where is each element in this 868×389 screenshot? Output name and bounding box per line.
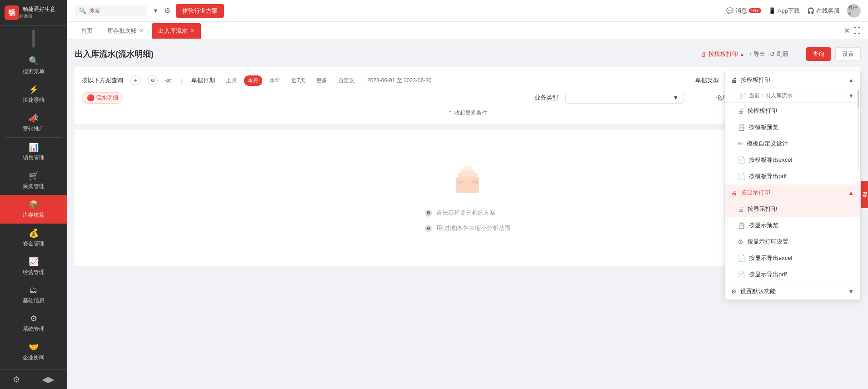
enterprise-icon: 🤝 <box>29 342 39 352</box>
collapse-sidebar-icon[interactable]: ◀▶ <box>42 374 55 384</box>
item-preview-icon-2: 📋 <box>738 222 745 229</box>
dropdown-item-template-print[interactable]: 🖨 按模板打印 <box>725 103 860 119</box>
search-icon: 🔍 <box>29 56 39 66</box>
dropdown-item-template-excel[interactable]: 📄 按模板导出excel <box>725 152 860 168</box>
main-content: 🔍 ▼ ⚙ 体验行业方案 💬 消息 99+ 📱 App下载 🎧 在线客服 <box>67 0 868 389</box>
search-input[interactable] <box>89 8 143 14</box>
notification-btn[interactable]: 💬 消息 99+ <box>726 7 761 15</box>
item-printer-icon-1: 🖨 <box>738 107 744 115</box>
svg-rect-5 <box>472 180 478 184</box>
dropdown-item-display-pdf[interactable]: 📄 按显示导出pdf <box>725 266 860 283</box>
page-title-bar: 出入库流水(流水明细) 🖨 按模板打印 ▲ ↑ 导出 ↺ 刷新 <box>75 47 861 61</box>
customer-service-btn[interactable]: 🎧 在线客服 <box>807 7 840 15</box>
tabs-bar: 首页 库存批次账 ✕ 出入库流水 ✕ ✕ ⛶ <box>67 22 868 40</box>
date-prev-month-btn[interactable]: 上月 <box>222 75 240 86</box>
settings-btn[interactable]: 设置 <box>835 47 861 61</box>
filter-collapse-button[interactable]: ≪ <box>165 77 172 84</box>
sidebar-item-enterprise[interactable]: 🤝 企业协同 <box>0 338 67 366</box>
sidebar-item-guide[interactable]: 🎓 新手引导 <box>0 366 67 369</box>
tab-close-all-icon[interactable]: ✕ <box>844 26 850 35</box>
date-custom-btn[interactable]: 自定义 <box>334 75 358 86</box>
empty-steps: ❶ 请先选择要分析的方案 ❷ 用[过滤]条件来缩小分析范围 <box>425 207 511 234</box>
sidebar: 畅 畅捷通好生意 标准版 🔍 搜索菜单 ⚡ 快捷导航 📣 <box>0 0 67 389</box>
tab-close-flow[interactable]: ✕ <box>190 28 195 34</box>
app-download-icon: 📱 <box>768 7 776 14</box>
template-print-btn[interactable]: 🖨 按模板打印 ▲ <box>701 50 744 58</box>
sidebar-item-finance[interactable]: 💰 资金管理 <box>0 224 67 252</box>
notification-icon: 💬 <box>726 7 733 14</box>
trial-button[interactable]: 体验行业方案 <box>176 4 224 18</box>
finance-icon: 💰 <box>29 228 39 238</box>
page-title: 出入库流水(流水明细) <box>75 49 154 60</box>
sales-icon: 📊 <box>29 142 39 152</box>
dropdown-item-display-excel[interactable]: 📄 按显示导出excel <box>725 250 860 266</box>
item-customize-icon: ✏ <box>738 140 743 147</box>
business-type-select[interactable]: ▼ <box>565 92 683 104</box>
date-filter-label: 单据日期 <box>191 76 215 85</box>
item-preview-icon-1: 📋 <box>738 124 745 131</box>
dropdown-header[interactable]: 🖨 按模板打印 ▲ <box>725 71 860 89</box>
inventory-icon: 📦 <box>29 199 39 209</box>
date-this-year-btn[interactable]: 本年 <box>266 75 284 86</box>
printer-icon: 🖨 <box>701 51 707 58</box>
chevron-up-icon2: ⌃ <box>448 110 453 116</box>
tab-inventory-flow[interactable]: 出入库流水 ✕ <box>152 23 201 39</box>
sidebar-item-quick-nav[interactable]: ⚡ 快捷导航 <box>0 80 67 109</box>
sidebar-item-basic[interactable]: 🗂 基础信息 <box>0 281 67 309</box>
query-btn[interactable]: 查询 <box>806 47 831 61</box>
dropdown-section2-header[interactable]: 🖨 按显示打印 ▲ <box>725 185 860 201</box>
page-actions: 🖨 按模板打印 ▲ ↑ 导出 ↺ 刷新 ... 查询 设置 <box>701 47 861 61</box>
tab-close-batch[interactable]: ✕ <box>140 28 144 34</box>
date-more-btn[interactable]: 更多 <box>313 75 331 86</box>
dropdown-item-display-print-settings[interactable]: ⚙ 按显示打印设置 <box>725 234 860 250</box>
header: 🔍 ▼ ⚙ 体验行业方案 💬 消息 99+ 📱 App下载 🎧 在线客服 <box>67 0 868 22</box>
filter-add-button[interactable]: + <box>130 75 140 85</box>
sidebar-item-operation[interactable]: 📈 经营管理 <box>0 252 67 281</box>
export-icon: ↑ <box>749 51 752 58</box>
dropdown-footer-settings[interactable]: ⚙ 设置默认功能 ▼ <box>725 283 860 299</box>
sidebar-item-system[interactable]: ⚙ 系统管理 <box>0 309 67 338</box>
quick-nav-icon: ⚡ <box>29 85 39 95</box>
dropdown-item-display-preview[interactable]: 📋 按显示预览 <box>725 217 860 234</box>
sidebar-item-marketing[interactable]: 📣 营销推广 <box>0 109 67 137</box>
header-search-icon: 🔍 <box>79 7 86 14</box>
sidebar-scrollbar[interactable] <box>32 30 35 48</box>
refresh-btn[interactable]: ↺ 刷新 <box>770 50 788 58</box>
sidebar-item-purchase[interactable]: 🛒 采购管理 <box>0 166 67 195</box>
operation-icon: 📈 <box>29 257 39 267</box>
filter-settings-button[interactable]: ⚙ <box>148 75 158 85</box>
sidebar-item-inventory[interactable]: 📦 库存核算 <box>0 195 67 224</box>
dropdown-item-template-preview[interactable]: 📋 按模板预览 <box>725 119 860 135</box>
tab-expand-icon[interactable]: ⛶ <box>853 27 861 35</box>
tab-home[interactable]: 首页 <box>75 23 99 39</box>
active-tag[interactable]: 🔴 流水明细 <box>82 92 123 104</box>
logo-version: 标准版 <box>19 13 55 20</box>
dropdown-item-display-print[interactable]: 🖨 按显示打印 <box>725 201 860 217</box>
header-settings-icon[interactable]: ⚙ <box>164 6 170 15</box>
doc-type-label: 单据类型 <box>695 76 719 85</box>
empty-illustration <box>449 161 486 198</box>
dropdown-item-template-customize[interactable]: ✏ 模板自定义设计 <box>725 135 860 152</box>
user-avatar[interactable]: 用户名 <box>847 4 861 18</box>
tab-batch-account[interactable]: 库存批次账 ✕ <box>101 23 150 39</box>
app-download-btn[interactable]: 📱 App下载 <box>768 7 800 15</box>
export-btn[interactable]: ↑ 导出 <box>749 50 766 58</box>
item-settings-icon: ⚙ <box>738 238 743 245</box>
sidebar-item-sales[interactable]: 📊 销售管理 <box>0 138 67 166</box>
basic-icon: 🗂 <box>30 285 38 295</box>
header-dropdown-icon[interactable]: ▼ <box>153 7 159 14</box>
collapse-more-btn[interactable]: ⌃ 收起更多条件 <box>448 109 487 117</box>
settings-bottom-icon[interactable]: ⚙ <box>13 374 20 384</box>
dropdown-current-label: 📄 当前：出入库流水 ▼ <box>725 89 860 103</box>
item-pdf-icon-1: 📄 <box>738 173 745 180</box>
dropdown-item-template-pdf[interactable]: 📄 按模板导出pdf <box>725 168 860 185</box>
footer-chevron: ▼ <box>848 288 854 295</box>
dropdown-header-chevron[interactable]: ▲ <box>848 77 854 84</box>
section2-chevron: ▲ <box>848 190 854 196</box>
svg-rect-4 <box>458 180 463 184</box>
right-edge-button[interactable]: Rit <box>861 181 868 208</box>
date-7days-btn[interactable]: 近7天 <box>288 75 309 86</box>
sidebar-item-search[interactable]: 🔍 搜索菜单 <box>0 51 67 80</box>
date-this-month-btn[interactable]: 本月 <box>244 75 262 86</box>
header-search-box[interactable]: 🔍 <box>75 5 147 16</box>
